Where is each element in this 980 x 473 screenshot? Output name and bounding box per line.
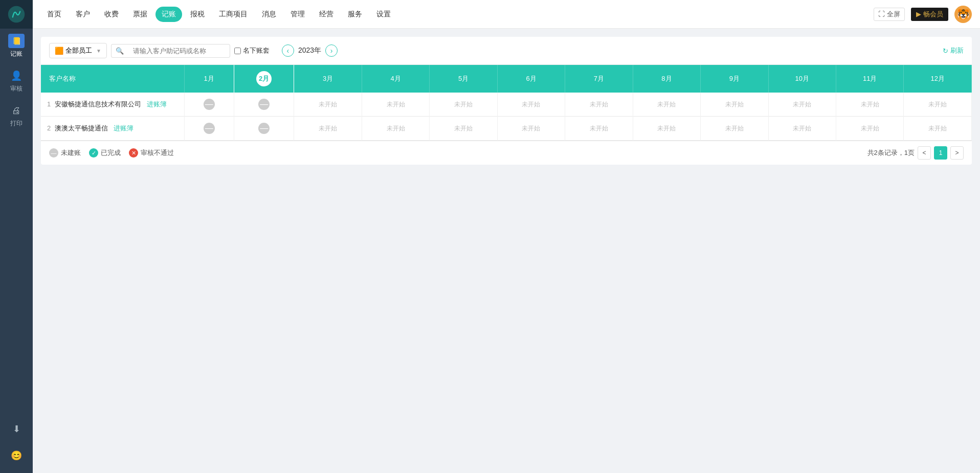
avatar[interactable]: 🐯: [954, 6, 972, 23]
legend-teal-icon: ✓: [89, 148, 98, 157]
month-status-may: 未开始: [430, 93, 497, 117]
month-status-feb: —: [234, 93, 294, 117]
month-status-jun: 未开始: [497, 93, 565, 117]
not-started-label: 未开始: [928, 125, 947, 132]
search-button[interactable]: 🔍: [111, 44, 128, 58]
not-started-label: 未开始: [319, 101, 337, 108]
sidebar-item-bookkeeping[interactable]: 📒 记账: [0, 29, 33, 63]
prev-year-button[interactable]: ‹: [282, 44, 294, 57]
not-started-label: 未开始: [590, 125, 608, 132]
bookkeeping-icon: 📒: [8, 34, 25, 48]
total-label: 共2条记录，1页: [867, 148, 915, 157]
not-started-label: 未开始: [387, 125, 405, 132]
current-page-button[interactable]: 1: [934, 146, 947, 160]
month-status-jul: 未开始: [565, 117, 633, 141]
refresh-icon: ↻: [943, 47, 948, 55]
employee-label: 全部员工: [65, 46, 92, 55]
refresh-button[interactable]: ↻ 刷新: [943, 46, 964, 55]
employee-select[interactable]: 🟧 全部员工 ▼: [49, 43, 107, 58]
search-icon: 🔍: [116, 47, 124, 55]
enter-ledger-link[interactable]: 进账簿: [114, 124, 133, 132]
nav-service[interactable]: 服务: [342, 7, 368, 22]
sidebar-item-profile[interactable]: 😊: [8, 443, 25, 468]
nav-tax[interactable]: 报税: [184, 7, 211, 22]
month-status-nov: 未开始: [836, 117, 904, 141]
sidebar-item-audit[interactable]: 👤 审核: [0, 63, 33, 98]
next-year-button[interactable]: ›: [325, 44, 338, 57]
nav-home[interactable]: 首页: [41, 7, 68, 22]
nav-right: ⛶ 全屏 ▶ 畅会员 🐯: [874, 6, 972, 23]
nav-business[interactable]: 工商项目: [213, 7, 254, 22]
nav-invoice[interactable]: 票据: [127, 7, 153, 22]
enter-ledger-link[interactable]: 进账簿: [147, 100, 167, 108]
month-status-feb: —: [234, 117, 294, 141]
table-footer: — 未建账 ✓ 已完成 ✕ 审核不通过 共2条记录，1页 < 1 >: [41, 141, 972, 165]
dropdown-arrow-icon: ▼: [96, 48, 101, 54]
col-header-jun: 6月: [497, 65, 565, 93]
not-started-label: 未开始: [590, 101, 608, 108]
client-cell: 2 澳澳太平畅捷通信 进账簿: [41, 117, 184, 141]
checkbox-label[interactable]: 名下账套: [234, 46, 270, 55]
search-group: 🔍: [111, 44, 230, 58]
col-header-jan: 1月: [184, 65, 234, 93]
client-name: 安徽畅捷通信息技术有限公司: [55, 100, 141, 108]
month-status-mar: 未开始: [294, 117, 362, 141]
col-header-aug: 8月: [633, 65, 700, 93]
vip-button[interactable]: ▶ 畅会员: [911, 8, 948, 21]
legend-rejected-label: 审核不通过: [141, 148, 174, 157]
play-icon: ▶: [916, 10, 921, 18]
dash-icon: —: [258, 99, 270, 110]
col-header-apr: 4月: [362, 65, 429, 93]
col-header-feb: 2月: [234, 65, 294, 93]
not-started-label: 未开始: [725, 101, 744, 108]
col-header-mar: 3月: [294, 65, 362, 93]
month-status-mar: 未开始: [294, 93, 362, 117]
legend-not-created: — 未建账: [49, 148, 81, 157]
year-navigation: ‹ 2023年 ›: [282, 44, 338, 57]
sidebar-item-download[interactable]: ⬇: [8, 417, 25, 441]
nav-fee[interactable]: 收费: [98, 7, 125, 22]
print-icon: 🖨: [8, 103, 25, 118]
col-header-dec: 12月: [904, 65, 972, 93]
month-status-jan: —: [184, 117, 234, 141]
sidebar-item-label: 打印: [10, 119, 23, 128]
prev-page-button[interactable]: <: [918, 146, 931, 160]
topnav: 首页 客户 收费 票据 记账 报税 工商项目 消息 管理 经营 服务 设置 ⛶ …: [33, 0, 980, 29]
table-row: 1 安徽畅捷通信息技术有限公司 进账簿 — — 未开始 未开始 未开始 未开始 …: [41, 93, 972, 117]
table-row: 2 澳澳太平畅捷通信 进账簿 — — 未开始 未开始 未开始 未开始 未开始 未…: [41, 117, 972, 141]
legend-gray-icon: —: [49, 148, 58, 157]
dash-icon: —: [204, 99, 215, 110]
month-status-oct: 未开始: [768, 93, 836, 117]
main-table: 客户名称 1月 2月 3月 4月 5月 6月 7月 8月 9月 10月 11月: [41, 65, 972, 141]
not-started-label: 未开始: [657, 125, 676, 132]
nav-operation[interactable]: 经营: [313, 7, 340, 22]
sidebar-item-label: 记账: [10, 50, 23, 58]
fullscreen-button[interactable]: ⛶ 全屏: [874, 8, 905, 21]
account-checkbox[interactable]: [234, 48, 241, 54]
month-status-jul: 未开始: [565, 93, 633, 117]
search-input[interactable]: [128, 44, 230, 58]
not-started-label: 未开始: [725, 125, 744, 132]
next-page-button[interactable]: >: [950, 146, 964, 160]
not-started-label: 未开始: [861, 125, 879, 132]
month-status-sep: 未开始: [701, 93, 768, 117]
nav-settings[interactable]: 设置: [370, 7, 397, 22]
main-card: 🟧 全部员工 ▼ 🔍 名下账套 ‹ 2023年 ›: [41, 37, 972, 165]
pagination: 共2条记录，1页 < 1 >: [867, 146, 964, 160]
col-header-nov: 11月: [836, 65, 904, 93]
not-started-label: 未开始: [928, 101, 947, 108]
sidebar-item-print[interactable]: 🖨 打印: [0, 98, 33, 133]
not-started-label: 未开始: [387, 101, 405, 108]
nav-client[interactable]: 客户: [70, 7, 96, 22]
nav-message[interactable]: 消息: [256, 7, 282, 22]
not-started-label: 未开始: [793, 125, 811, 132]
nav-manage[interactable]: 管理: [284, 7, 311, 22]
month-status-nov: 未开始: [836, 93, 904, 117]
year-label: 2023年: [298, 46, 321, 55]
month-status-aug: 未开始: [633, 93, 700, 117]
toolbar: 🟧 全部员工 ▼ 🔍 名下账套 ‹ 2023年 ›: [41, 37, 972, 65]
checkbox-text: 名下账套: [243, 46, 270, 55]
nav-bookkeeping[interactable]: 记账: [155, 7, 182, 22]
col-header-sep: 9月: [701, 65, 768, 93]
client-cell: 1 安徽畅捷通信息技术有限公司 进账簿: [41, 93, 184, 117]
